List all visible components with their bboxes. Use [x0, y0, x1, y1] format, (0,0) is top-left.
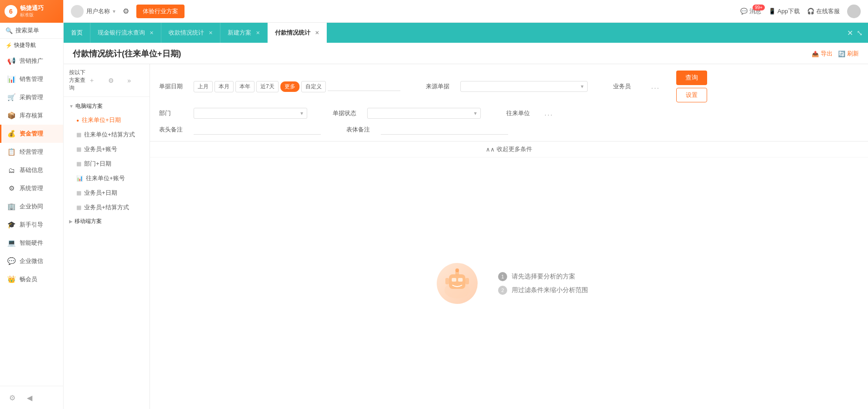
dept-select[interactable]: ▾	[194, 108, 307, 119]
online-service-btn[interactable]: 🎧 在线客服	[807, 7, 840, 15]
sidebar-item-capital[interactable]: 💰 资金管理	[0, 125, 63, 143]
header-note-input[interactable]	[194, 124, 321, 135]
source-select[interactable]: ▾	[460, 81, 588, 92]
scheme-item-unit-date[interactable]: ● 往来单位+日期	[64, 113, 150, 127]
purchase-icon: 🛒	[7, 93, 16, 102]
user-name: 用户名称	[86, 7, 110, 15]
sidebar-item-sales[interactable]: 📊 销售管理	[0, 70, 63, 88]
svg-rect-7	[465, 278, 469, 284]
filter-row-2: 部门 ▾ 单据状态 ▾ 往来单位 ...	[159, 108, 859, 119]
body-note-input[interactable]	[381, 124, 508, 135]
collapse-icon: ∧∧	[486, 146, 495, 153]
sidebar-item-basic[interactable]: 🗂 基础信息	[0, 161, 63, 179]
search-menu[interactable]: 🔍 搜索菜单	[0, 23, 63, 39]
tab-home[interactable]: 首页	[64, 23, 90, 43]
sidebar-item-quick-nav[interactable]: ⚡ 快捷导航	[0, 39, 63, 52]
refresh-button[interactable]: 🔄 刷新	[838, 50, 859, 58]
user-avatar	[71, 5, 84, 18]
message-btn[interactable]: 💬 消息 99+	[740, 7, 761, 15]
empty-tip-1: 1 请先选择要分析的方案	[498, 272, 588, 281]
date-btn-more[interactable]: 更多	[280, 81, 299, 92]
scheme-item-label: 业务员+结算方式	[84, 203, 129, 212]
sidebar: 6 畅捷通巧 标准版 🔍 搜索菜单 ⚡ 快捷导航 📢 营销推广 📊 销售管理 🛒…	[0, 0, 64, 409]
filter-panel: 单据日期 上月 本月 本年 近7天 更多 自定义 2022-01-01 至 20…	[150, 64, 868, 409]
tabs-close-all-btn[interactable]: ✕	[847, 29, 853, 37]
tabs-expand-btn[interactable]: ⤡	[857, 29, 863, 37]
doc-status-select[interactable]: ▾	[367, 108, 481, 119]
sidebar-item-marketing[interactable]: 📢 营销推广	[0, 52, 63, 70]
collapse-label: 收起更多条件	[497, 145, 532, 153]
service-label: 在线客服	[816, 7, 840, 15]
scheme-collapse-icon[interactable]: »	[127, 77, 144, 84]
sidebar-item-inventory[interactable]: 📦 库存核算	[0, 106, 63, 125]
date-range-input[interactable]: 2022-01-01 至 2022-12-31	[328, 82, 400, 91]
date-btn-last-month[interactable]: 上月	[194, 81, 213, 92]
unit-dots[interactable]: ...	[544, 109, 553, 117]
tab-new-scheme[interactable]: 新建方案 ✕	[220, 23, 268, 43]
refresh-label: 刷新	[847, 50, 859, 58]
app-download-btn[interactable]: 📱 App下载	[768, 7, 800, 15]
desktop-group[interactable]: ▼ 电脑端方案	[64, 100, 150, 113]
tab-receipt-close[interactable]: ✕	[209, 30, 213, 36]
date-btn-7days[interactable]: 近7天	[256, 81, 279, 92]
user-dropdown-icon[interactable]: ▾	[113, 8, 115, 15]
sidebar-item-label: 销售管理	[20, 75, 43, 83]
filter-row-1: 单据日期 上月 本月 本年 近7天 更多 自定义 2022-01-01 至 20…	[159, 71, 859, 102]
member-icon: 👑	[7, 275, 16, 284]
date-buttons: 上月 本月 本年 近7天 更多 自定义 2022-01-01 至 2022-12…	[194, 81, 400, 92]
tab-bank[interactable]: 现金银行流水查询 ✕	[90, 23, 161, 43]
sidebar-item-member[interactable]: 👑 畅会员	[0, 270, 63, 288]
scheme-add-icon[interactable]: ＋	[89, 76, 105, 85]
sidebar-item-label: 基础信息	[20, 166, 43, 174]
inventory-icon: 📦	[7, 111, 16, 120]
date-btn-custom[interactable]: 自定义	[301, 81, 326, 92]
tab-payment-close[interactable]: ✕	[315, 30, 319, 36]
scheme-item-dept-date[interactable]: ▦ 部门+日期	[64, 157, 150, 171]
topbar-right: 💬 消息 99+ 📱 App下载 🎧 在线客服	[740, 5, 861, 18]
app-title-wrap: 畅捷通巧 标准版	[20, 5, 44, 18]
message-badge: 99+	[753, 5, 765, 10]
dept-label: 部门	[159, 109, 186, 117]
date-btn-this-year[interactable]: 本年	[235, 81, 254, 92]
sidebar-item-hardware[interactable]: 💻 智能硬件	[0, 234, 63, 252]
svg-rect-6	[445, 278, 449, 284]
sidebar-item-business[interactable]: 📋 经营管理	[0, 143, 63, 161]
scheme-item-unit-account[interactable]: 📊 往来单位+账号	[64, 171, 150, 186]
app-logo: 6	[5, 5, 17, 18]
topbar-settings-icon[interactable]: ⚙	[123, 7, 129, 15]
set-button[interactable]: 设置	[676, 88, 707, 102]
tab-payment[interactable]: 付款情况统计 ✕	[268, 23, 327, 43]
tab-receipt[interactable]: 收款情况统计 ✕	[161, 23, 220, 43]
topbar-avatar[interactable]	[847, 5, 861, 18]
sidebar-item-guide[interactable]: 🎓 新手引导	[0, 216, 63, 234]
staff-dots[interactable]: ...	[651, 82, 660, 91]
tabs-right-actions: ✕ ⤡	[842, 23, 868, 43]
sidebar-collapse-btn[interactable]: ◀	[23, 391, 36, 404]
tab-home-label: 首页	[71, 29, 83, 37]
trial-button[interactable]: 体验行业方案	[136, 5, 185, 18]
query-button[interactable]: 查询	[676, 71, 707, 85]
collapse-conditions-btn[interactable]: ∧∧ 收起更多条件	[150, 141, 868, 157]
empty-tip-2: 2 用过滤条件来缩小分析范围	[498, 286, 588, 295]
scheme-item-unit-settle[interactable]: ▦ 往来单位+结算方式	[64, 127, 150, 142]
tab-bank-close[interactable]: ✕	[150, 30, 154, 36]
scheme-item-staff-settle[interactable]: ▦ 业务员+结算方式	[64, 200, 150, 215]
sidebar-item-system[interactable]: ⚙ 系统管理	[0, 179, 63, 197]
scheme-item-staff-date[interactable]: ▦ 业务员+日期	[64, 186, 150, 200]
mobile-group[interactable]: ▶ 移动端方案	[64, 215, 150, 228]
page-title: 付款情况统计(往来单位+日期)	[73, 48, 812, 59]
export-button[interactable]: 📤 导出	[812, 50, 833, 58]
scheme-settings-icon[interactable]: ⚙	[108, 77, 125, 84]
scheme-item-staff-account[interactable]: ▦ 业务员+账号	[64, 142, 150, 157]
sidebar-item-purchase[interactable]: 🛒 采购管理	[0, 88, 63, 106]
sidebar-settings-btn[interactable]: ⚙	[5, 391, 19, 404]
sidebar-item-enterprise[interactable]: 🏢 企业协同	[0, 197, 63, 216]
tab-new-scheme-close[interactable]: ✕	[256, 30, 260, 36]
date-btn-this-month[interactable]: 本月	[215, 81, 234, 92]
sidebar-item-label: 经营管理	[20, 148, 43, 156]
content-area: 按以下方案查询 ＋ ⚙ » ▼ 电脑端方案 ● 往来单位+日期 ▦ 往来单位+结…	[64, 64, 868, 409]
marketing-icon: 📢	[7, 56, 16, 66]
scheme-item-icon-unit-date: ●	[76, 118, 79, 123]
svg-rect-3	[458, 278, 463, 282]
sidebar-item-wechat[interactable]: 💬 企业微信	[0, 252, 63, 270]
